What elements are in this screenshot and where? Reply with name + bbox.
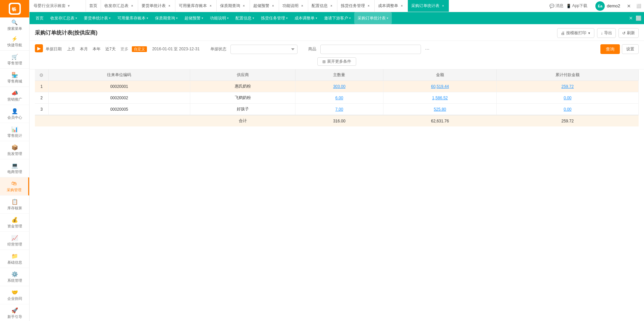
row-amount[interactable]: 60,519.44 <box>383 81 497 92</box>
svg-text:畅: 畅 <box>12 7 16 12</box>
footer-amount: 62,631.76 <box>383 115 497 126</box>
goods-more-icon[interactable]: ··· <box>425 46 429 52</box>
date-custom-tag[interactable]: 自定义 <box>132 46 147 52</box>
tab-overstock-warning-label: 超储预警 <box>253 3 269 9</box>
subnav-function-desc[interactable]: 功能说明 ▾ <box>207 12 232 24</box>
sidebar-item-operations[interactable]: 📈 经营管理 <box>0 232 29 250</box>
subnav-order-stats[interactable]: 要货单统计表 ▾ <box>80 12 114 24</box>
expand-more-button[interactable]: ⊞ 展开更多条件 <box>317 57 356 66</box>
user-menu[interactable]: Ea demo2 <box>591 1 624 11</box>
sidebar-item-purchase[interactable]: 🛍 采购管理 <box>0 177 29 196</box>
sidebar-item-retail-shop[interactable]: 🏪 零售商城 <box>0 69 29 87</box>
subnav-cost-adjust[interactable]: 成本调整单 ▾ <box>291 12 321 24</box>
row-paid[interactable]: 0.00 <box>497 92 639 104</box>
goods-input[interactable] <box>320 45 421 54</box>
status-select[interactable]: 待审核 已审核 全部 <box>230 45 298 54</box>
tab-receive-send[interactable]: 收发存汇总表 × <box>101 0 138 12</box>
filter-toggle-button[interactable]: ▶ <box>35 44 43 52</box>
sidebar-item-ecommerce[interactable]: 💻 电商管理 <box>0 159 29 177</box>
tab-order-stats-close[interactable]: × <box>167 4 172 8</box>
subnav-expiry-query[interactable]: 保质期查询 ▾ <box>152 12 181 24</box>
sidebar-item-inventory[interactable]: 📋 库存核算 <box>0 196 29 214</box>
window-restore-button[interactable]: ⬜ <box>634 4 644 8</box>
tab-overstock-warning-close[interactable]: × <box>271 4 275 8</box>
app-download-button[interactable]: 📱 App下载 <box>566 3 587 9</box>
tab-config-info[interactable]: 配置信息 × <box>308 0 337 12</box>
tab-available-inventory[interactable]: 可用量库存账本 × <box>175 0 217 12</box>
tab-home[interactable]: 首页 <box>86 0 101 12</box>
main-area: 母婴行业演示账套 ▼ 首页 收发存汇总表 × 要货单统计表 × 可用量库存账本 … <box>30 0 644 321</box>
sidebar-item-enterprise[interactable]: 🤝 企业协同 <box>0 286 29 304</box>
tab-cost-adjust-close[interactable]: × <box>399 4 404 8</box>
tab-function-desc[interactable]: 功能说明 × <box>279 0 308 12</box>
footer-empty <box>35 115 190 126</box>
subnav-close-button[interactable]: ✕ <box>629 15 633 21</box>
shortcut-7days[interactable]: 近7天 <box>104 46 117 53</box>
search-menu-button[interactable]: 🔍 搜索菜单 <box>0 17 29 33</box>
sidebar-item-marketing[interactable]: 📣 营销推广 <box>0 87 29 105</box>
sidebar-item-wholesale[interactable]: 📦 批发管理 <box>0 141 29 159</box>
tab-order-stats[interactable]: 要货单统计表 × <box>138 0 175 12</box>
row-code: 00020001 <box>48 81 190 92</box>
row-paid[interactable]: 0.00 <box>497 104 639 115</box>
template-print-button[interactable]: 🖨 按模板打印 ▼ <box>557 28 594 38</box>
tab-expiry-query-close[interactable]: × <box>241 4 246 8</box>
date-filter-label: 单据日期 <box>46 46 62 52</box>
row-amount[interactable]: 1,586.52 <box>383 92 497 104</box>
export-button[interactable]: ↓ 导出 <box>597 28 616 38</box>
tab-overstock-warning[interactable]: 超储预警 × <box>250 0 279 12</box>
tab-available-inventory-close[interactable]: × <box>208 4 213 8</box>
expand-label: 展开更多条件 <box>327 59 351 64</box>
message-button[interactable]: 💬 消息 <box>549 3 564 9</box>
column-settings-icon[interactable]: ⚙ <box>39 72 44 78</box>
row-no: 2 <box>35 92 48 104</box>
sidebar-item-retail-stats[interactable]: 📊 零售统计 <box>0 123 29 141</box>
tab-receive-send-close[interactable]: × <box>130 4 135 8</box>
tab-purchase-order-stats[interactable]: 采购订单统计表 × <box>408 0 449 12</box>
sidebar-item-finance[interactable]: 💰 资金管理 <box>0 214 29 232</box>
search-menu-label: 搜索菜单 <box>7 26 22 31</box>
row-amount[interactable]: 525.80 <box>383 104 497 115</box>
subnav-invite-downstream[interactable]: 邀请下游客户 ▾ <box>321 12 354 24</box>
tab-function-desc-close[interactable]: × <box>300 4 305 8</box>
sidebar-item-member[interactable]: 👤 会员中心 <box>0 105 29 123</box>
subnav-receive-send[interactable]: 收发存汇总表 ▾ <box>47 12 80 24</box>
subnav-config-info[interactable]: 配置信息 ▾ <box>232 12 258 24</box>
workspace-selector[interactable]: 母婴行业演示账套 ▼ <box>32 0 86 12</box>
subnav-overstock-warning[interactable]: 超储预警 ▾ <box>181 12 207 24</box>
subnav-available-inventory[interactable]: 可用量库存账本 ▾ <box>114 12 152 24</box>
tab-expiry-query[interactable]: 保质期查询 × <box>217 0 250 12</box>
shortcut-this-month[interactable]: 本月 <box>78 46 89 53</box>
shortcut-this-year[interactable]: 本年 <box>91 46 102 53</box>
tab-purchase-order-stats-close[interactable]: × <box>441 4 445 8</box>
sidebar-item-guide[interactable]: 🚀 新手引导 <box>0 304 29 321</box>
shortcut-more[interactable]: 更多 <box>119 46 130 53</box>
subnav-home[interactable]: 首页 <box>32 12 47 24</box>
marketing-icon: 📣 <box>11 90 18 96</box>
sidebar-item-system[interactable]: ⚙️ 系统管理 <box>0 268 29 286</box>
row-qty[interactable]: 6.00 <box>295 92 383 104</box>
tab-cost-adjust[interactable]: 成本调整单 × <box>375 0 408 12</box>
settings-button[interactable]: 设置 <box>622 44 639 54</box>
quick-nav-button[interactable]: ⚡ 快捷导航 <box>0 33 29 51</box>
avatar: Ea <box>595 1 605 11</box>
retail-shop-icon: 🏪 <box>11 71 18 78</box>
sidebar-item-retail[interactable]: 🛒 零售管理 <box>0 51 29 69</box>
row-qty[interactable]: 303.00 <box>295 81 383 92</box>
tab-pick-task[interactable]: 拣货任务管理 × <box>337 0 375 12</box>
row-qty[interactable]: 7.00 <box>295 104 383 115</box>
subnav-restore-button[interactable]: ⬜ <box>636 15 641 21</box>
sidebar-item-basic-info[interactable]: 📁 基础信息 <box>0 250 29 268</box>
query-button[interactable]: 查询 <box>600 44 620 54</box>
row-no: 3 <box>35 104 48 115</box>
row-paid[interactable]: 259.72 <box>497 81 639 92</box>
tab-config-info-close[interactable]: × <box>329 4 334 8</box>
status-filter-label: 单据状态 <box>210 46 226 52</box>
refresh-button[interactable]: ↺ 刷新 <box>619 28 639 38</box>
subnav-purchase-order-stats[interactable]: 采购订单统计表 ▾ <box>354 12 392 24</box>
shortcut-last-month[interactable]: 上月 <box>66 46 76 53</box>
subnav-pick-task[interactable]: 拣货任务管理 ▾ <box>258 12 291 24</box>
tab-pick-task-close[interactable]: × <box>366 4 371 8</box>
window-close-button[interactable]: ✕ <box>624 3 634 9</box>
purchase-icon: 🛍 <box>11 180 17 187</box>
